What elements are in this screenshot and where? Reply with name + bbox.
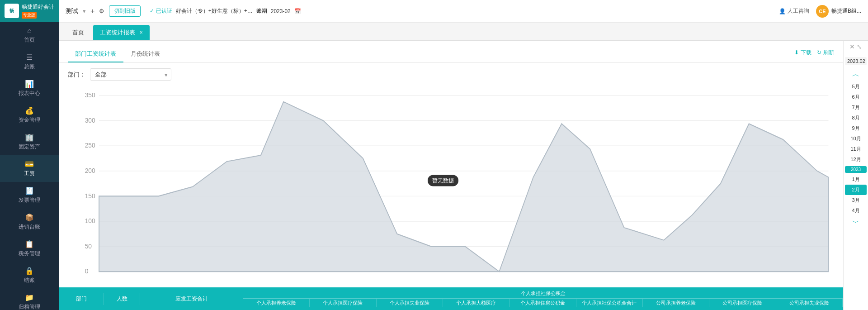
col-total-salary: 应发工资合计 <box>140 293 243 305</box>
svg-text:350: 350 <box>85 91 95 99</box>
sidebar-label-assets: 固定资产 <box>19 143 40 151</box>
topbar-settings-button[interactable]: ⚙ <box>99 8 104 14</box>
sidebar-label-invoice: 发票管理 <box>19 196 40 204</box>
tabbar: 首页 工资统计报表 × <box>59 23 868 41</box>
sidebar-label-finance: 资金管理 <box>19 116 40 124</box>
chart-tooltip: 暂无数据 <box>428 175 458 186</box>
sidebar-item-salary[interactable]: 💳 工资 <box>0 155 59 182</box>
sidebar-label-home: 首页 <box>24 36 35 44</box>
user-area: CE 畅捷通B组... <box>816 5 861 18</box>
col-company-pension: 公司承担养老保险 <box>643 299 709 307</box>
topbar-dropdown-arrow[interactable]: ▾ <box>83 8 86 14</box>
svg-text:100: 100 <box>85 217 95 225</box>
panel-month-10[interactable]: 10月 <box>845 134 867 144</box>
panel-month-3[interactable]: 3月 <box>845 195 867 205</box>
col-housing-fund: 个人承担住房公积金 <box>509 299 576 307</box>
sub-tab-monthly-label: 月份统计表 <box>131 50 160 57</box>
svg-text:50: 50 <box>85 242 92 250</box>
sub-tab-dept[interactable]: 部门工资统计表 <box>68 46 123 62</box>
sidebar-label-salary: 工资 <box>24 170 35 177</box>
sidebar-label-ledger: 总账 <box>24 63 35 71</box>
panel-month-2-active[interactable]: 2月 <box>845 185 867 195</box>
invoice-icon: 🧾 <box>25 186 34 195</box>
tab-home[interactable]: 首页 <box>66 25 91 40</box>
sidebar-item-archive[interactable]: 📁 归档管理 <box>0 289 59 310</box>
sidebar-label-tax: 税务管理 <box>19 250 40 258</box>
period-value: 2023-02 <box>271 8 291 14</box>
sidebar-label-close: 结账 <box>24 277 35 284</box>
panel-scroll-down[interactable]: ﹀ <box>852 218 859 228</box>
sidebar-item-assets[interactable]: 🏢 固定资产 <box>0 129 59 155</box>
col-personal-total: 个人承担社保公积金合计 <box>576 299 643 307</box>
sidebar-item-home[interactable]: ⌂ 首页 <box>0 22 59 48</box>
tab-salary-report[interactable]: 工资统计报表 × <box>93 25 150 40</box>
panel-month-4[interactable]: 4月 <box>845 205 867 216</box>
col-count: 人数 <box>104 293 140 305</box>
panel-month-5[interactable]: 5月 <box>845 81 867 92</box>
sidebar-item-close[interactable]: 🔒 结账 <box>0 262 59 289</box>
logo-icon: 畅 <box>5 4 19 18</box>
svg-text:200: 200 <box>85 167 95 174</box>
table-footer: 部门 人数 应发工资合计 个人承担社保公积金 个人承担养老保险 <box>59 287 843 310</box>
col-group-personal: 个人承担社保公积金 个人承担养老保险 个人承担医疗保险 个人承担失业保险 <box>243 290 843 307</box>
purchase-icon: 📦 <box>25 213 34 222</box>
refresh-label: 刷新 <box>823 49 834 57</box>
sidebar-item-invoice[interactable]: 🧾 发票管理 <box>0 182 59 209</box>
topbar-right: 👤 人工咨询 CE 畅捷通B组... <box>779 5 861 18</box>
panel-month-1[interactable]: 1月 <box>845 174 867 185</box>
calendar-icon[interactable]: 📅 <box>294 8 301 14</box>
help-label: 人工咨询 <box>788 7 809 15</box>
download-label: 下载 <box>801 49 811 57</box>
sidebar-label-reports: 报表中心 <box>19 90 40 97</box>
topbar-add-button[interactable]: + <box>90 7 94 15</box>
sidebar-item-reports[interactable]: 📊 报表中心 <box>0 75 59 102</box>
refresh-button[interactable]: ↻ 刷新 <box>817 49 834 57</box>
tab-salary-label: 工资统计报表 <box>100 29 135 36</box>
sub-tab-monthly[interactable]: 月份统计表 <box>123 46 167 62</box>
salary-icon: 💳 <box>25 160 34 168</box>
switch-version-button[interactable]: 切到旧版 <box>109 5 141 17</box>
svg-text:300: 300 <box>85 116 95 124</box>
sub-tab-actions: ⬇ 下载 ↻ 刷新 <box>794 49 834 60</box>
assets-icon: 🏢 <box>25 133 34 142</box>
user-name[interactable]: 畅捷通B组... <box>831 7 861 15</box>
sidebar-item-purchase[interactable]: 📦 进销台账 <box>0 209 59 235</box>
department-select[interactable]: 全部 财务部 销售部 技术部 行政部 <box>90 68 171 81</box>
group-header-personal: 个人承担社保公积金 <box>243 290 843 299</box>
refresh-icon: ↻ <box>817 49 821 56</box>
panel-scroll-up[interactable]: ︿ <box>852 70 859 79</box>
panel-close-button[interactable]: ✕ <box>849 43 855 52</box>
col-dept: 部门 <box>59 293 104 305</box>
filter-select-wrap: 全部 财务部 销售部 技术部 行政部 <box>90 68 171 81</box>
sidebar: 畅 畅捷通好会计 专业版 ⌂ 首页 ☰ 总账 📊 报表中心 💰 资金管理 🏢 固… <box>0 0 59 310</box>
panel-month-11[interactable]: 11月 <box>845 144 867 154</box>
panel-controls: ✕ ⤡ <box>849 43 862 55</box>
col-unemployment: 个人承担失业保险 <box>377 299 443 307</box>
right-panel: ✕ ⤡ 2023.02 ︿ 5月 6月 7月 8月 9月 10月 <box>843 41 868 310</box>
panel-month-9[interactable]: 9月 <box>845 123 867 134</box>
sidebar-item-finance[interactable]: 💰 资金管理 <box>0 102 59 129</box>
tab-home-label: 首页 <box>72 29 84 36</box>
content-area: 部门工资统计表 月份统计表 ⬇ 下载 ↻ 刷新 <box>59 41 868 310</box>
topbar-title: 测试 <box>66 7 78 15</box>
panel-month-8[interactable]: 8月 <box>845 113 867 123</box>
sub-tab-dept-label: 部门工资统计表 <box>75 50 116 57</box>
panel-date: 2023.02 <box>845 57 867 65</box>
sidebar-item-tax[interactable]: 📋 税务管理 <box>0 235 59 262</box>
panel-month-7[interactable]: 7月 <box>845 102 867 113</box>
panel-expand-button[interactable]: ⤡ <box>857 43 862 50</box>
help-button[interactable]: 👤 人工咨询 <box>779 7 809 15</box>
download-button[interactable]: ⬇ 下载 <box>794 49 811 57</box>
status-good: 好会计（专）+好生意（标）+… <box>176 7 253 15</box>
col-total-salary-label: 应发工资合计 <box>175 296 208 302</box>
reports-icon: 📊 <box>25 80 34 88</box>
svg-text:250: 250 <box>85 142 95 149</box>
panel-month-6[interactable]: 6月 <box>845 92 867 102</box>
main-area: 测试 ▾ + ⚙ 切到旧版 ✓ 已认证 好会计（专）+好生意（标）+… 账期 2… <box>59 0 868 310</box>
tab-close-button[interactable]: × <box>140 29 143 36</box>
panel-month-12[interactable]: 12月 <box>845 154 867 165</box>
col-count-label: 人数 <box>117 296 127 302</box>
filter-label: 部门： <box>68 71 85 79</box>
sidebar-item-ledger[interactable]: ☰ 总账 <box>0 48 59 75</box>
close-icon: 🔒 <box>25 267 34 275</box>
